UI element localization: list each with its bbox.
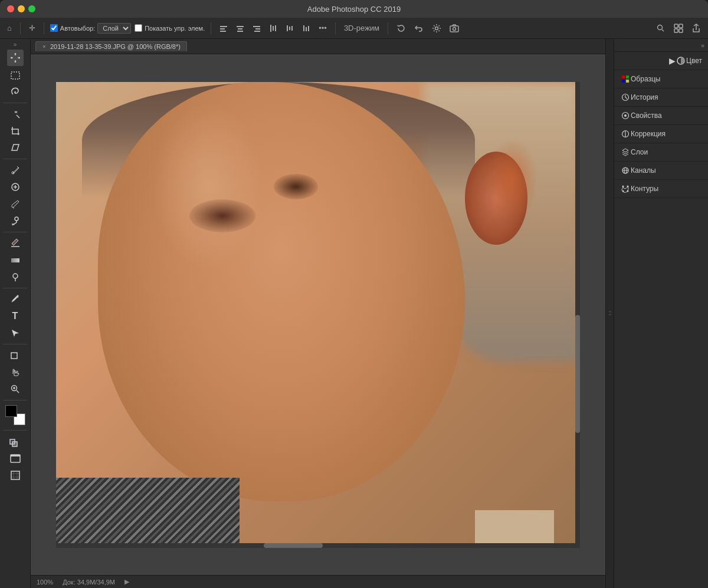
- hand-tool[interactable]: [7, 364, 24, 380]
- clothing-region: [56, 478, 240, 548]
- svg-point-21: [658, 25, 663, 29]
- canvas-image: [56, 82, 580, 548]
- auto-select-checkbox[interactable]: [50, 24, 58, 32]
- show-transform-checkbox[interactable]: [135, 24, 142, 32]
- home-icon: ⌂: [7, 24, 12, 32]
- svg-rect-35: [12, 442, 17, 446]
- quick-mask-btn[interactable]: [7, 433, 24, 449]
- tool-sep-4: [3, 288, 27, 288]
- svg-rect-23: [679, 24, 683, 28]
- panel-item-history[interactable]: История: [614, 88, 708, 107]
- distribute-mid-btn[interactable]: [283, 23, 296, 34]
- photo-content: [56, 82, 580, 548]
- panel-item-layers[interactable]: Слои: [614, 143, 708, 162]
- minimize-button[interactable]: [18, 5, 25, 12]
- tab-close[interactable]: ×: [41, 43, 48, 50]
- svg-rect-8: [254, 31, 260, 32]
- canvas-tab-bar: × 2019-11-28 13-35-39.JPG @ 100% (RGB/8*…: [31, 39, 605, 54]
- move-tool[interactable]: [7, 50, 24, 66]
- clothing-right-region: [475, 510, 553, 547]
- mode-3d-btn[interactable]: 3D-режим: [342, 22, 382, 34]
- color-play-btn[interactable]: ▶: [669, 56, 676, 65]
- rect-select-tool[interactable]: [7, 67, 24, 83]
- vertical-scrollbar-thumb[interactable]: [575, 315, 580, 433]
- svg-rect-22: [674, 24, 678, 28]
- main-area: »: [0, 39, 708, 588]
- stamp-tool[interactable]: [7, 213, 24, 229]
- gradient-tool[interactable]: [7, 252, 24, 268]
- perspective-crop-tool[interactable]: [7, 140, 24, 156]
- frame-tool[interactable]: [7, 467, 24, 484]
- path-select-tool[interactable]: [7, 325, 24, 341]
- search-button[interactable]: [654, 22, 668, 34]
- svg-rect-38: [11, 471, 19, 479]
- share-button[interactable]: [689, 22, 703, 34]
- properties-icon: [620, 110, 631, 121]
- svg-rect-1: [220, 28, 225, 29]
- horizontal-scrollbar[interactable]: [56, 543, 575, 548]
- panel-collapse-handle[interactable]: ‹‹: [605, 39, 614, 588]
- crop-tool[interactable]: [7, 123, 24, 139]
- show-transform-group: Показать упр. элем.: [135, 24, 205, 32]
- text-tool[interactable]: T: [7, 308, 24, 324]
- toolbar-sep-5: [388, 22, 388, 34]
- svg-rect-19: [450, 26, 458, 32]
- canvas-tab-title: 2019-11-28 13-35-39.JPG @ 100% (RGB/8*): [50, 43, 181, 50]
- align-right-btn[interactable]: [250, 23, 263, 34]
- move-tool-button[interactable]: ✛: [27, 22, 38, 34]
- layer-select[interactable]: Слой: [97, 23, 131, 34]
- undo-btn[interactable]: [412, 22, 426, 34]
- shape-tool[interactable]: [7, 347, 24, 363]
- brush-tool[interactable]: [7, 196, 24, 212]
- svg-rect-11: [275, 25, 276, 31]
- panel-item-samples[interactable]: Образцы: [614, 70, 708, 88]
- dodge-tool[interactable]: [7, 269, 24, 285]
- camera-btn[interactable]: [447, 22, 461, 34]
- svg-rect-32: [11, 353, 17, 359]
- panel-collapse-btn[interactable]: »: [701, 42, 704, 49]
- status-expand-arrow[interactable]: ▶: [124, 578, 129, 586]
- panel-item-properties[interactable]: Свойства: [614, 107, 708, 125]
- rotate-btn[interactable]: [394, 22, 408, 34]
- lasso-tool[interactable]: [7, 84, 24, 100]
- foreground-background-colors[interactable]: [5, 405, 25, 425]
- svg-rect-0: [220, 26, 227, 27]
- svg-rect-37: [11, 455, 20, 456]
- tool-sep-7: [3, 430, 27, 431]
- zoom-tool[interactable]: [7, 381, 24, 398]
- healing-brush-tool[interactable]: [7, 179, 24, 195]
- tool-sep-2: [3, 159, 27, 159]
- svg-rect-6: [253, 26, 260, 27]
- samples-icon: [620, 74, 631, 84]
- home-button[interactable]: ⌂: [5, 22, 14, 34]
- maximize-button[interactable]: [28, 5, 35, 12]
- more-btn[interactable]: •••: [316, 22, 329, 34]
- eyedropper-tool[interactable]: [7, 162, 24, 178]
- window-controls[interactable]: [7, 5, 35, 12]
- panel-item-correction[interactable]: Коррекция: [614, 125, 708, 143]
- distribute-top-btn[interactable]: [267, 23, 280, 34]
- pen-tool[interactable]: [7, 291, 24, 307]
- horizontal-scrollbar-thumb[interactable]: [264, 543, 323, 548]
- canvas-wrapper[interactable]: [31, 54, 605, 575]
- close-button[interactable]: [7, 5, 14, 12]
- align-left-btn[interactable]: [217, 23, 230, 34]
- distribute-btm-btn[interactable]: [300, 23, 313, 34]
- panel-item-channels[interactable]: Каналы: [614, 162, 708, 180]
- vertical-scrollbar[interactable]: [575, 82, 580, 548]
- foreground-color[interactable]: [5, 405, 17, 417]
- panel-item-color[interactable]: ▶ Цвет: [614, 52, 708, 70]
- svg-rect-14: [291, 26, 293, 31]
- mode-3d-label: 3D-режим: [344, 24, 379, 32]
- magic-wand-tool[interactable]: [7, 106, 24, 122]
- eraser-tool[interactable]: [7, 235, 24, 251]
- svg-rect-41: [626, 75, 629, 78]
- panel-item-paths[interactable]: Контуры: [614, 180, 708, 198]
- settings-btn[interactable]: [430, 22, 444, 34]
- zoom-level: 100%: [37, 579, 53, 586]
- align-center-btn[interactable]: [234, 23, 247, 34]
- workspace-button[interactable]: [671, 22, 686, 34]
- change-screen-mode[interactable]: [7, 450, 24, 467]
- canvas-tab[interactable]: × 2019-11-28 13-35-39.JPG @ 100% (RGB/8*…: [35, 41, 187, 51]
- toolbar-collapse-icon[interactable]: »: [14, 41, 17, 48]
